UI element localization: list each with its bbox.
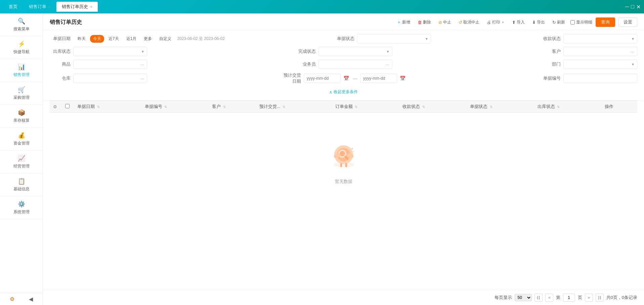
collapse-more-button[interactable]: ∧ 收起更多条件 [50,88,637,96]
query-button[interactable]: 查询 [596,17,615,27]
page-label: 第 [556,295,560,301]
salesperson-input[interactable] [321,62,386,67]
col-payment-status[interactable]: 收款状态 ⇅ [399,101,467,113]
export-button[interactable]: ⬇ 导出 [530,18,547,27]
tab-sales-order-history[interactable]: 销售订单历史 × [56,2,97,12]
out-status-label: 出库状态 [50,48,73,54]
col-doc-status-label: 单据状态 [470,104,487,109]
col-order-amount[interactable]: 订单金额 ⇅ [332,101,399,113]
yesterday-btn[interactable]: 昨天 [75,35,89,43]
last-page-btn[interactable]: ⟩⟩ [596,294,604,302]
col-doc-status-sort-icon: ⇅ [490,105,492,109]
table-settings-icon[interactable]: ⚙ [53,104,57,109]
first-page-btn[interactable]: ⟨⟨ [534,294,543,302]
complete-status-select[interactable] [318,47,392,56]
customer-input[interactable] [566,49,631,54]
tab-home[interactable]: 首页 [3,2,23,12]
table-header-row: ⚙ 单据日期 ⇅ 单据编号 ⇅ [50,101,637,113]
expected-delivery-to-input[interactable] [360,74,397,83]
delivery-from-calendar-icon[interactable]: 📅 [342,76,350,81]
sidebar-item-system[interactable]: ⚙️ 系统管理 [0,196,43,219]
department-select[interactable] [563,60,637,69]
warehouse-input[interactable] [76,76,140,81]
print-button[interactable]: 🖨 打印 ▼ [485,18,507,27]
product-input[interactable] [76,62,140,67]
filter-row-4: 仓库 ··· 预计交货日期 📅 — 📅 单据编号 [50,72,637,84]
select-all-checkbox[interactable] [65,104,70,108]
sidebar-item-operations[interactable]: 📈 经营管理 [0,151,43,174]
main-layout: 🔍 搜索菜单 ⚡ 快捷导航 📊 销售管理 🛒 采购管理 📦 库存核算 💰 资金管… [0,13,644,305]
expected-delivery-from-input[interactable] [304,74,341,83]
prev-page-btn[interactable]: ＜ [545,294,553,302]
col-doc-date-label: 单据日期 [77,104,95,109]
page-number-input[interactable] [563,294,575,302]
customer-dots-icon[interactable]: ··· [631,49,634,54]
sidebar-item-finance[interactable]: 💰 资金管理 [0,128,43,151]
sidebar-item-inventory[interactable]: 📦 库存核算 [0,105,43,128]
sidebar-item-purchase-mgmt[interactable]: 🛒 采购管理 [0,82,43,105]
product-input-wrapper: ··· [73,60,147,69]
sidebar-item-search-menu[interactable]: 🔍 搜索菜单 [0,13,43,36]
col-doc-status[interactable]: 单据状态 ⇅ [467,101,534,113]
last7days-btn[interactable]: 近7天 [105,35,122,43]
salesperson-dots-icon[interactable]: ··· [386,62,389,67]
inventory-icon: 📦 [18,109,25,116]
doc-status-select[interactable] [357,34,431,43]
filter-row-3: 商品 ··· 业务员 ··· 部门 ▼ [50,60,637,69]
today-btn[interactable]: 今天 [90,35,104,43]
next-page-btn[interactable]: ＞ [585,294,593,302]
sidebar-item-sales-mgmt[interactable]: 📊 销售管理 [0,59,43,82]
salesperson-label: 业务员 [295,61,318,67]
svg-text:✦: ✦ [351,147,353,150]
col-customer[interactable]: 客户 ⇅ [209,101,256,113]
cancel-stop-button[interactable]: ↺ 取消中止 [457,18,481,27]
col-payment-status-label: 收款状态 [402,104,420,109]
operations-icon: 📈 [18,155,25,162]
expected-delivery-label: 预计交货日期 [280,72,304,84]
custom-btn[interactable]: 自定义 [156,35,174,43]
delivery-to-calendar-icon[interactable]: 📅 [398,76,407,81]
collapse-chevron-icon: ∧ [329,90,332,94]
sidebar-item-basic-info[interactable]: 📋 基础信息 [0,174,43,196]
product-dots-icon[interactable]: ··· [140,62,144,67]
col-operation: 操作 [601,101,637,113]
warehouse-dots-icon[interactable]: ··· [140,76,144,81]
col-out-status[interactable]: 出库状态 ⇅ [534,101,602,113]
add-button[interactable]: ＋ 新增 [395,18,412,27]
tab-home-label: 首页 [9,4,17,10]
delete-button[interactable]: 🗑 删除 [416,18,433,27]
filter-row-1: 单据日期 昨天 今天 近7天 近1月 更多 自定义 2023-06-02 至 2… [50,34,637,43]
last1month-btn[interactable]: 近1月 [123,35,140,43]
import-button[interactable]: ⬆ 导入 [510,18,527,27]
col-expected-delivery[interactable]: 预计交货... ⇅ [256,101,332,113]
page-header: 销售订单历史 ＋ 新增 🗑 删除 ⊘ 中止 ↺ 取消中止 [43,13,644,30]
col-doc-date-sort-icon: ⇅ [97,105,100,109]
date-quick-buttons: 昨天 今天 近7天 近1月 更多 自定义 [75,35,174,43]
col-doc-date[interactable]: 单据日期 ⇅ [74,101,141,113]
sidebar-settings-icon[interactable]: ⚙ [10,296,14,302]
total-text: 共0页，0条记录 [606,295,637,301]
search-menu-icon: 🔍 [18,17,25,25]
minimize-icon[interactable]: ─ [625,4,629,10]
tab-sales-order[interactable]: 销售订单 × [24,2,56,12]
per-page-select[interactable]: 50 20 100 [515,294,532,301]
payment-status-select[interactable] [563,34,637,43]
more-btn[interactable]: 更多 [141,35,155,43]
refresh-label: 刷新 [557,20,565,25]
settings-button[interactable]: 设置 [618,17,637,27]
sidebar-item-quick-nav[interactable]: ⚡ 快捷导航 [0,36,43,59]
out-status-select[interactable] [73,47,147,56]
refresh-button[interactable]: ↻ 刷新 [550,18,567,27]
stop-button[interactable]: ⊘ 中止 [436,18,453,27]
svg-point-4 [340,151,345,156]
close-icon[interactable]: ✕ [636,4,641,10]
display-toggle-checkbox[interactable] [570,20,575,25]
sidebar-item-inventory-label: 库存核算 [13,118,30,123]
maximize-icon[interactable]: □ [631,4,634,10]
sidebar-collapse-icon[interactable]: ◀ [29,296,33,302]
tab-sales-order-close[interactable]: × [48,5,50,9]
tab-sales-order-history-close[interactable]: × [90,5,92,9]
doc-number-input[interactable] [563,74,637,83]
col-doc-number[interactable]: 单据编号 ⇅ [141,101,209,113]
cancel-stop-label: 取消中止 [463,20,479,25]
